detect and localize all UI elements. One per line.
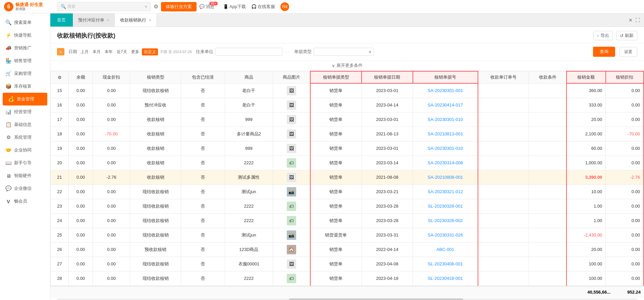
col-condition: 收款条件 — [529, 71, 567, 83]
query-button[interactable]: 查询 — [593, 47, 615, 57]
tab-close-button[interactable]: ✕ — [629, 17, 633, 23]
sidebar-item-label: 营销推广 — [14, 45, 32, 51]
gear-button[interactable]: ⚙ — [154, 3, 158, 10]
expand-conditions-button[interactable]: ∨ 展开更多条件 — [332, 62, 363, 69]
table-row: 240.000.00现结收款核销否2222🏷销货单2023-03-28SL-20… — [51, 213, 644, 228]
col-settings[interactable]: ⚙ — [51, 71, 69, 83]
sidebar-item-label: 销售管理 — [14, 58, 32, 64]
tab-prepay[interactable]: 预付冲应付单 × — [73, 13, 115, 27]
sidebar-item-search[interactable]: 🔍 搜索菜单 — [0, 16, 50, 29]
sidebar-item-hardware[interactable]: 🖥 智能硬件 — [0, 169, 50, 182]
sidebar-item-purchase[interactable]: 🛒 采购管理 — [0, 67, 50, 80]
sidebar-item-enterprise[interactable]: 🤝 企业协同 — [0, 144, 50, 157]
service-icon: 🎧 — [251, 4, 257, 9]
horizontal-scrollbar[interactable] — [57, 298, 637, 300]
table-row: 220.000.00现结收款核销否测试jun📸销货单2023-03-21SA-2… — [51, 184, 644, 199]
product-image-cell: 🏷 — [273, 199, 310, 213]
search-icon: 🔍 — [61, 4, 66, 9]
partner-filter-group: 往来单位 ··· — [196, 48, 290, 56]
table-footer: 40,556,66... 952.24 — [50, 286, 644, 298]
sidebar-item-operations[interactable]: 📊 经营管理 — [0, 105, 50, 118]
table-row: 160.000.00预付冲应收否老白干🖼销货单2023-04-14SA-2023… — [51, 98, 644, 112]
tab-controls: ✕ ⛶ — [625, 13, 644, 27]
sidebar-item-sales[interactable]: 🏪 销售管理 — [0, 54, 50, 67]
this-year-btn[interactable]: 本年 — [103, 48, 114, 55]
product-image-cell: 🏷 — [273, 271, 310, 286]
footer-spacer — [50, 288, 67, 296]
inventory-icon: 📦 — [5, 83, 11, 89]
sidebar-item-basic[interactable]: 📋 基础信息 — [0, 118, 50, 131]
refresh-icon: ↺ — [620, 33, 624, 38]
brand-text: 畅捷通·好生意 标准版 — [15, 2, 43, 11]
settings-button[interactable]: 设置 — [619, 47, 637, 57]
data-table: ⚙ 余额 现金折扣 核销类型 包含已结清 商品 商品图片 核销单据类型 核销单据… — [50, 71, 644, 286]
table-row: 270.000.00现结收款核销否衣服00001🖼销货单2023-04-08SL… — [51, 257, 644, 271]
footer-discount-total: 952.24 — [614, 288, 644, 296]
search-menu-icon: 🔍 — [5, 19, 11, 26]
product-image-cell: 🖼 — [273, 112, 310, 127]
sidebar-item-wechat[interactable]: 💬 企业微信 — [0, 182, 50, 195]
filter-collapse-button[interactable]: » — [57, 48, 64, 55]
online-service-area[interactable]: 🎧 在线客服 — [251, 4, 275, 10]
tab-expand-button[interactable]: ⛶ — [635, 17, 640, 23]
industry-solution-button[interactable]: 体验行业方案 — [161, 2, 197, 11]
sidebar-item-finance[interactable]: 💰 资金管理 — [3, 93, 47, 105]
product-image-cell: 📸 — [273, 184, 310, 199]
search-bar[interactable]: 🔍 搜索 ▾ — [57, 2, 151, 11]
tab-prepay-close[interactable]: × — [107, 18, 109, 22]
col-amount: 核销金额 — [567, 71, 606, 83]
system-icon: ⚙ — [5, 134, 11, 140]
logo-area: 6 畅捷通·好生意 标准版 — [4, 2, 54, 11]
sidebar-item-label: 企业协同 — [14, 147, 32, 153]
col-voucher-date: 核销单据日期 — [362, 71, 413, 83]
sidebar-item-label: 采购管理 — [14, 71, 32, 77]
sidebar-item-system[interactable]: ⚙ 系统管理 — [0, 131, 50, 144]
top-bar: 6 畅捷通·好生意 标准版 🔍 搜索 ▾ ⚙ 体验行业方案 💬 消息 99+ 📱… — [0, 0, 644, 13]
sidebar: 🔍 搜索菜单 ⚡ 快捷导航 📣 营销推广 🏪 销售管理 🛒 采购管理 📦 库存核… — [0, 13, 50, 300]
custom-date-btn[interactable]: 自定义 — [142, 48, 158, 55]
hardware-icon: 🖥 — [5, 173, 11, 179]
footer-empty — [67, 288, 584, 296]
table-row: 170.000.00收款核销否999🖼销货单2023-03-01SA-20230… — [51, 112, 644, 127]
last-month-btn[interactable]: 上月 — [79, 48, 90, 55]
logo-icon: 6 — [4, 2, 13, 11]
col-write-off-type: 核销类型 — [130, 71, 181, 83]
export-button[interactable]: ↑ 导出 — [593, 31, 613, 40]
col-voucher-type: 核销单据类型 — [310, 71, 362, 83]
last7-btn[interactable]: 近7天 — [115, 48, 128, 55]
this-month-btn[interactable]: 本月 — [91, 48, 102, 55]
tab-home[interactable]: 首页 — [50, 13, 73, 27]
header-actions: ↑ 导出 ↺ 刷新 — [593, 31, 638, 40]
table-row: 190.000.00收款核销否999🖼销货单2023-03-01SA-20230… — [51, 141, 644, 156]
voucher-type-select[interactable]: 销货单 销货退货单 — [314, 48, 374, 56]
product-image-cell: 🖼 — [273, 141, 310, 156]
basic-icon: 📋 — [5, 122, 11, 128]
scrollbar-thumb[interactable] — [289, 298, 463, 300]
sidebar-item-label: 企业微信 — [14, 185, 32, 191]
user-avatar[interactable]: Rit — [280, 2, 289, 11]
app-download-area[interactable]: 📱 App下载 — [223, 4, 246, 10]
message-area[interactable]: 💬 消息 99+ — [199, 4, 214, 10]
refresh-button[interactable]: ↺ 刷新 — [616, 31, 637, 40]
partner-input[interactable] — [215, 48, 282, 56]
tab-receivable[interactable]: 收款核销执行 × — [115, 13, 157, 27]
sidebar-item-guide[interactable]: 📖 新手引导 — [0, 157, 50, 169]
sidebar-item-vip[interactable]: V 畅会员 — [0, 195, 50, 208]
page-title: 收款核销执行(按收款) — [57, 32, 115, 40]
enterprise-icon: 🤝 — [5, 147, 11, 153]
col-voucher-no: 核销单据号 — [413, 71, 478, 83]
more-date-btn[interactable]: 更多 — [130, 48, 141, 55]
tab-receivable-close[interactable]: × — [149, 18, 151, 22]
vip-icon: V — [5, 198, 11, 204]
table-row: 280.000.00现结收款核销否2222🏷销货单2023-04-18SL-20… — [51, 271, 644, 286]
quicknav-icon: ⚡ — [5, 32, 11, 38]
sidebar-item-inventory[interactable]: 📦 库存核算 — [0, 80, 50, 93]
sidebar-item-quicknav[interactable]: ⚡ 快捷导航 — [0, 29, 50, 42]
operations-icon: 📊 — [5, 109, 11, 115]
sidebar-item-label: 经营管理 — [14, 109, 32, 115]
product-image-cell: 🖼 — [273, 98, 310, 112]
table-row: 230.000.00现结收款核销否2222🏷销货单2023-03-28SL-20… — [51, 199, 644, 213]
footer-amount-total: 40,556,66... — [584, 288, 614, 296]
sidebar-item-marketing[interactable]: 📣 营销推广 — [0, 42, 50, 54]
date-range-display: 不限 至 2023-07-26 — [160, 49, 192, 54]
